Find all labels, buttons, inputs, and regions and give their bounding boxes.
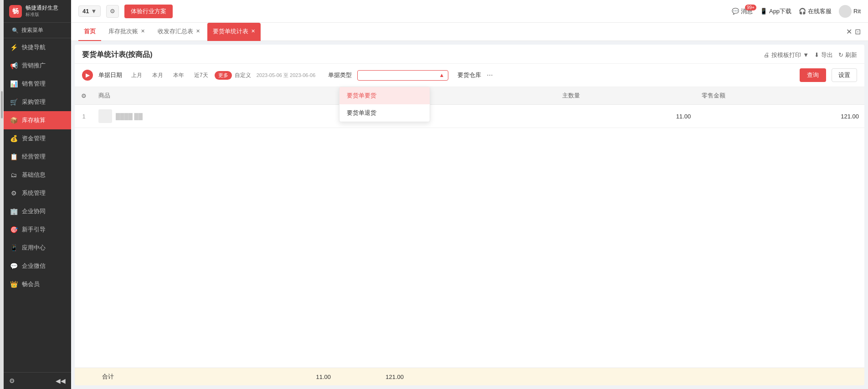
page-actions: 🖨 按模板打印 ▼ ⬇ 导出 ↻ 刷新: [764, 51, 857, 59]
enterprise-icon: 🏢: [9, 207, 18, 216]
search-menu-label: 搜索菜单: [21, 26, 43, 34]
th-amount: 零售金额: [696, 87, 864, 105]
sidebar-item-purchase[interactable]: 🛒 采购管理: [4, 93, 71, 111]
refresh-label: 刷新: [845, 51, 857, 59]
date-options: 上月 本月 本年 近7天 更多 自定义: [128, 70, 251, 81]
query-button[interactable]: 查询: [800, 68, 826, 82]
avatar: [839, 5, 852, 18]
membership-icon: 👑: [9, 280, 18, 289]
sidebar-item-operations[interactable]: 📋 经营管理: [4, 148, 71, 166]
print-label: 按模板打印: [771, 51, 801, 59]
date-opt-last-month[interactable]: 上月: [128, 70, 146, 81]
print-button[interactable]: 🖨 按模板打印 ▼: [764, 51, 809, 59]
settings-icon[interactable]: ⚙: [9, 377, 15, 384]
refresh-button[interactable]: ↻ 刷新: [838, 51, 857, 59]
sidebar-item-membership[interactable]: 👑 畅会员: [4, 275, 71, 293]
date-opt-this-month[interactable]: 本月: [149, 70, 167, 81]
nav-label: 系统管理: [22, 189, 46, 197]
date-opt-this-year[interactable]: 本年: [169, 70, 188, 81]
inventory-icon: 📦: [9, 116, 18, 125]
search-menu[interactable]: 🔍 搜索菜单: [4, 23, 71, 38]
export-icon: ⬇: [814, 51, 819, 58]
sidebar-item-inventory[interactable]: 📦 库存核算: [4, 111, 71, 129]
messages-badge: 99+: [745, 5, 756, 10]
nav-label: 库存核算: [22, 116, 46, 124]
service-item[interactable]: 🎧 在线客服: [799, 7, 832, 15]
dropdown-item-order-goods[interactable]: 要货单要货: [339, 87, 430, 104]
tab-receivable-summary-label: 收发存汇总表: [158, 27, 193, 36]
tab-close-all-icon[interactable]: ✕: [846, 27, 852, 36]
footer-amount: 121.00: [349, 374, 404, 380]
sidebar: 畅 畅捷通好生意 标准版 🔍 搜索菜单 ⚡ 快捷导航 📢 营销推广 📊 销售管理…: [4, 0, 71, 389]
basic-info-icon: 🗂: [9, 170, 18, 179]
settings-button[interactable]: 设置: [832, 68, 857, 82]
tabs-bar: 首页 库存批次账 ✕ 收发存汇总表 ✕ 要货单统计表 ✕ ✕ ⊡: [71, 23, 868, 41]
dropdown-item-label: 要货单要货: [347, 92, 376, 99]
trial-button[interactable]: 体验行业方案: [124, 5, 173, 18]
print-expand-icon: ▼: [803, 51, 809, 58]
tab-close-icon[interactable]: ✕: [141, 28, 145, 34]
date-opt-more[interactable]: 更多: [215, 71, 232, 80]
app-icon: 📱: [760, 8, 767, 15]
nav-label: 企业协同: [22, 207, 46, 215]
tabs-controls: ✕ ⊡: [846, 27, 861, 36]
nav-label: 采购管理: [22, 98, 46, 106]
export-button[interactable]: ⬇ 导出: [814, 51, 833, 59]
tab-inventory-batch[interactable]: 库存批次账 ✕: [103, 23, 150, 41]
sidebar-item-basic-info[interactable]: 🗂 基础信息: [4, 166, 71, 184]
main-area: 41 ▼ ⚙ 体验行业方案 💬 消息 99+ 📱 App下载 🎧 在线客服: [71, 0, 868, 389]
filter-bar: ▶ 单据日期 上月 本月 本年 近7天 更多 自定义 2023-05-06 至 …: [75, 64, 864, 87]
expand-filter-button[interactable]: ▶: [82, 70, 93, 81]
tab-order-summary[interactable]: 要货单统计表 ✕: [207, 23, 261, 41]
company-count: 41: [82, 8, 89, 15]
sidebar-item-app-center[interactable]: 📱 应用中心: [4, 239, 71, 257]
sidebar-item-guide[interactable]: 🎯 新手引导: [4, 220, 71, 239]
date-custom-option[interactable]: 自定义: [235, 72, 251, 79]
user-area[interactable]: Rit: [839, 5, 861, 18]
gear-button[interactable]: ⚙: [106, 5, 119, 18]
nav-label: 基础信息: [22, 171, 46, 179]
tab-receivable-summary[interactable]: 收发存汇总表 ✕: [152, 23, 205, 41]
collapse-icon[interactable]: ◀◀: [56, 377, 66, 384]
dropdown-item-order-return[interactable]: 要货单退货: [339, 104, 430, 122]
sidebar-item-quick-nav[interactable]: ⚡ 快捷导航: [4, 38, 71, 56]
sidebar-item-wechat[interactable]: 💬 企业微信: [4, 257, 71, 275]
table-settings-icon[interactable]: ⚙: [81, 92, 87, 99]
type-dropdown: 要货单要货 要货单退货: [339, 87, 430, 122]
sidebar-item-sales[interactable]: 📊 销售管理: [4, 75, 71, 93]
wechat-icon: 💬: [9, 261, 18, 271]
warehouse-more-icon[interactable]: ···: [487, 71, 493, 79]
tab-home-label: 首页: [84, 27, 96, 36]
tab-order-summary-label: 要货单统计表: [213, 27, 248, 36]
date-opt-7days[interactable]: 近7天: [190, 70, 212, 81]
refresh-icon: ↻: [838, 51, 843, 58]
type-input-wrap[interactable]: ▲: [357, 70, 448, 81]
th-settings[interactable]: ⚙: [75, 87, 93, 105]
sidebar-item-system[interactable]: ⚙ 系统管理: [4, 184, 71, 202]
chevron-up-icon[interactable]: ▲: [439, 72, 444, 78]
td-quantity: 11.00: [557, 105, 696, 128]
sidebar-item-marketing[interactable]: 📢 营销推广: [4, 56, 71, 75]
nav-label: 快捷导航: [22, 43, 46, 51]
quick-nav-icon: ⚡: [9, 43, 18, 52]
tab-close-icon[interactable]: ✕: [196, 28, 200, 34]
sidebar-item-finance[interactable]: 💰 资金管理: [4, 129, 71, 148]
system-icon: ⚙: [9, 189, 18, 198]
brand-icon: 畅: [9, 5, 22, 18]
tab-home[interactable]: 首页: [78, 23, 101, 41]
messages-item[interactable]: 💬 消息 99+: [732, 7, 753, 15]
app-download-item[interactable]: 📱 App下载: [760, 7, 791, 15]
service-label: 在线客服: [808, 7, 832, 15]
date-range: 2023-05-06 至 2023-06-06: [257, 72, 316, 79]
operations-icon: 📋: [9, 152, 18, 161]
table-wrap: ⚙ 商品 主计量单位 主数量 零售金额 1 ████: [75, 87, 864, 368]
tab-inventory-batch-label: 库存批次账: [108, 27, 138, 36]
company-selector[interactable]: 41 ▼: [78, 5, 101, 17]
sidebar-item-enterprise[interactable]: 🏢 企业协同: [4, 202, 71, 220]
type-input[interactable]: [361, 72, 439, 79]
nav-label: 资金管理: [22, 134, 46, 143]
date-label: 单据日期: [98, 71, 122, 79]
tab-expand-icon[interactable]: ⊡: [855, 27, 861, 36]
tab-close-icon[interactable]: ✕: [251, 28, 255, 34]
nav-menu: ⚡ 快捷导航 📢 营销推广 📊 销售管理 🛒 采购管理 📦 库存核算 💰 资金管…: [4, 38, 71, 372]
